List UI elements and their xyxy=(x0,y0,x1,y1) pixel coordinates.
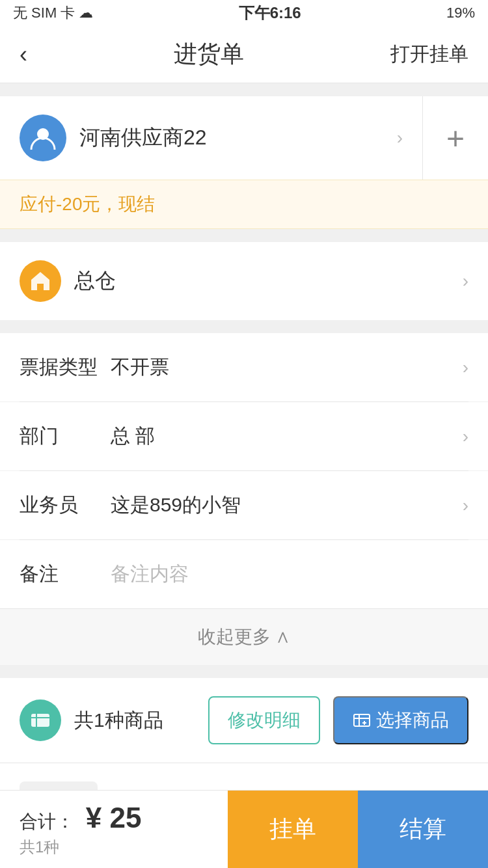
department-row[interactable]: 部门 总 部 › xyxy=(0,402,488,470)
nav-bar: ‹ 进货单 打开挂单 xyxy=(0,26,488,83)
svg-rect-2 xyxy=(31,714,49,727)
section-gap-1 xyxy=(0,83,488,96)
supplier-chevron-icon: › xyxy=(397,128,403,148)
department-value: 总 部 xyxy=(111,423,456,450)
department-chevron-icon: › xyxy=(463,426,468,447)
page-title: 进货单 xyxy=(174,38,244,70)
bottom-bar: 合计： ¥ 25 共1种 挂单 结算 xyxy=(0,790,488,868)
supplier-avatar xyxy=(20,115,66,161)
status-left: 无 SIM 卡 ☁ xyxy=(13,3,93,23)
payment-info-banner: 应付-20元，现结 xyxy=(0,180,488,229)
warehouse-icon xyxy=(20,260,61,302)
total-line: 合计： ¥ 25 xyxy=(20,802,208,834)
total-label: 合计： xyxy=(20,811,74,832)
salesperson-row[interactable]: 业务员 这是859的小智 › xyxy=(0,471,488,539)
status-time: 下午6:16 xyxy=(239,3,301,23)
svg-rect-1 xyxy=(37,284,44,290)
section-gap-3 xyxy=(0,320,488,333)
edit-detail-button[interactable]: 修改明细 xyxy=(208,696,320,744)
product-count-icon xyxy=(20,699,61,741)
remark-label: 备注 xyxy=(20,561,111,588)
section-gap-2 xyxy=(0,229,488,242)
invoice-type-row[interactable]: 票据类型 不开票 › xyxy=(0,333,488,401)
invoice-type-chevron-icon: › xyxy=(463,357,468,378)
warehouse-selector[interactable]: 总仓 › xyxy=(0,242,488,320)
sim-status: 无 SIM 卡 ☁ xyxy=(13,3,93,23)
supplier-section: 河南供应商22 › + xyxy=(0,96,488,180)
select-product-icon xyxy=(353,711,371,729)
warehouse-name: 总仓 xyxy=(74,267,456,295)
collapse-row[interactable]: 收起更多 ∧ xyxy=(0,608,488,665)
department-label: 部门 xyxy=(20,423,111,450)
svg-rect-5 xyxy=(354,714,370,726)
status-right: 19% xyxy=(446,5,475,21)
checkout-button[interactable]: 结算 xyxy=(358,791,488,869)
select-product-label: 选择商品 xyxy=(376,708,449,733)
total-count: 共1种 xyxy=(20,837,208,858)
hang-order-button[interactable]: 挂单 xyxy=(228,791,358,869)
remark-row[interactable]: 备注 备注内容 xyxy=(0,540,488,608)
salesperson-chevron-icon: › xyxy=(463,495,468,516)
total-amount: ¥ 25 xyxy=(86,802,142,834)
select-product-button[interactable]: 选择商品 xyxy=(333,696,468,744)
collapse-button[interactable]: 收起更多 ∧ xyxy=(198,625,291,649)
total-section: 合计： ¥ 25 共1种 xyxy=(0,802,228,858)
warehouse-chevron-icon: › xyxy=(463,271,468,292)
supplier-selector[interactable]: 河南供应商22 › xyxy=(0,96,423,180)
salesperson-value: 这是859的小智 xyxy=(111,492,456,519)
open-pending-button[interactable]: 打开挂单 xyxy=(390,41,468,68)
battery-level: 19% xyxy=(446,5,475,21)
add-supplier-button[interactable]: + xyxy=(423,120,488,156)
product-count-label: 共1种商品 xyxy=(74,707,195,734)
product-header: 共1种商品 修改明细 选择商品 xyxy=(0,678,488,763)
back-button[interactable]: ‹ xyxy=(20,41,27,68)
section-gap-4 xyxy=(0,665,488,678)
status-bar: 无 SIM 卡 ☁ 下午6:16 19% xyxy=(0,0,488,26)
supplier-name: 河南供应商22 xyxy=(79,124,390,152)
salesperson-label: 业务员 xyxy=(20,492,111,519)
remark-input[interactable]: 备注内容 xyxy=(111,561,468,588)
invoice-type-value: 不开票 xyxy=(111,354,456,381)
invoice-type-label: 票据类型 xyxy=(20,354,111,381)
